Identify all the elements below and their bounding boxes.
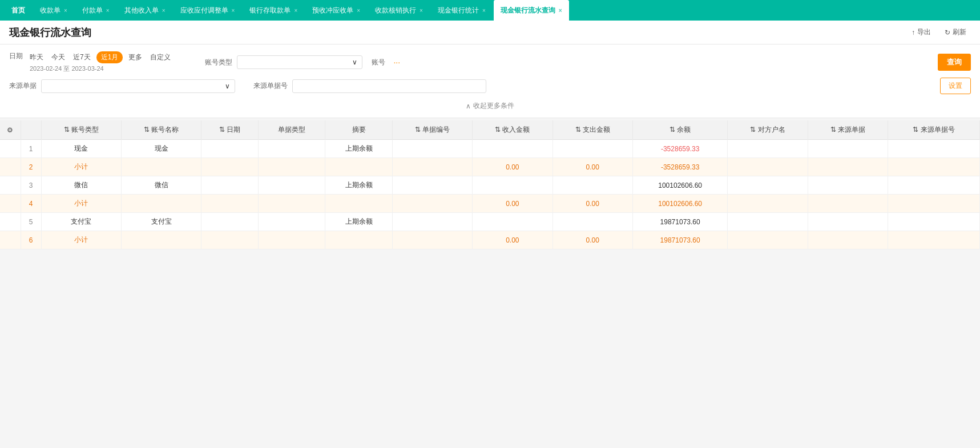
td-summary [325, 231, 393, 249]
th-summary: 摘要 [325, 120, 393, 140]
nav-item-home[interactable]: 首页 [5, 0, 32, 21]
td-account-type: 现金 [41, 140, 121, 158]
td-doc-type [258, 140, 325, 158]
td-income: 0.00 [473, 158, 552, 176]
td-date [201, 176, 258, 195]
table-container: ⚙ ⇅ 账号类型 ⇅ 账号名称 ⇅ 日期 单据类型 摘要 ⇅ 单据编号 ⇅ 收入… [0, 120, 980, 249]
td-account-name [121, 195, 201, 213]
nav-item-receipt[interactable]: 收款单× [33, 0, 74, 21]
date-range: 2023-02-24 至 2023-03-24 [30, 64, 173, 73]
td-doc-no [392, 195, 472, 213]
nav-item-cash-bank-flow[interactable]: 现金银行流水查询× [494, 0, 569, 21]
td-expense: 0.00 [552, 195, 632, 213]
nav-close-receipt-verify[interactable]: × [420, 7, 423, 14]
td-source-doc-no [888, 176, 980, 195]
nav-item-bank-deposit[interactable]: 银行存取款单× [243, 0, 304, 21]
td-counterpart [728, 213, 808, 231]
nav-item-other-income[interactable]: 其他收入单× [118, 0, 172, 21]
th-expense-sort: ⇅ [575, 126, 581, 134]
nav-close-receipt[interactable]: × [64, 7, 67, 14]
nav-close-other-income[interactable]: × [162, 7, 166, 14]
th-gear[interactable]: ⚙ [0, 120, 21, 140]
date-btn-自定义[interactable]: 自定义 [148, 51, 173, 63]
date-label: 日期 [9, 51, 23, 61]
nav-item-ar-ap-adjust[interactable]: 应收应付调整单× [174, 0, 242, 21]
th-expense[interactable]: ⇅ 支出金额 [552, 120, 632, 140]
source-doc-no-label: 来源单据号 [253, 81, 288, 91]
nav-item-cash-bank-stat[interactable]: 现金银行统计× [431, 0, 493, 21]
td-doc-type [258, 231, 325, 249]
source-doc-no-input[interactable] [292, 79, 486, 93]
td-date [201, 195, 258, 213]
source-doc-label: 来源单据 [9, 81, 37, 91]
td-expense [552, 176, 632, 195]
td-source-doc [808, 176, 888, 195]
refresh-icon: ↻ [945, 29, 950, 37]
nav-item-prepaid-charge[interactable]: 预收冲应收单× [305, 0, 367, 21]
page-title: 现金银行流水查询 [9, 26, 91, 39]
collapse-button[interactable]: ∧ 收起更多条件 [9, 99, 971, 113]
date-btn-昨天[interactable]: 昨天 [27, 51, 46, 63]
th-counterpart[interactable]: ⇅ 对方户名 [728, 120, 808, 140]
td-num: 1 [21, 140, 41, 158]
nav-close-payment[interactable]: × [106, 7, 110, 14]
td-summary: 上期余额 [325, 213, 393, 231]
td-date [201, 231, 258, 249]
date-btn-近1月[interactable]: 近1月 [96, 51, 123, 63]
header-actions: ↑ 导出 ↻ 刷新 [907, 25, 971, 39]
th-doc-no[interactable]: ⇅ 单据编号 [392, 120, 472, 140]
th-date-sort: ⇅ [219, 126, 225, 134]
filter-area: 日期 昨天今天近7天近1月更多自定义 2023-02-24 至 2023-03-… [0, 45, 980, 118]
date-btn-今天[interactable]: 今天 [49, 51, 67, 63]
date-btn-近7天[interactable]: 近7天 [71, 51, 93, 63]
source-doc-select[interactable]: ∨ [41, 79, 235, 93]
td-doc-type [258, 176, 325, 195]
account-type-select[interactable]: ∨ [237, 55, 362, 69]
account-dots-button[interactable]: ··· [390, 56, 404, 68]
table-body: 1现金现金上期余额-3528659.332小计0.000.00-3528659.… [0, 140, 980, 249]
th-income[interactable]: ⇅ 收入金额 [473, 120, 552, 140]
th-counterpart-sort: ⇅ [750, 126, 756, 134]
nav-item-payment[interactable]: 付款单× [75, 0, 116, 21]
th-balance-sort: ⇅ [670, 126, 675, 134]
td-counterpart [728, 176, 808, 195]
header-row: ⚙ ⇅ 账号类型 ⇅ 账号名称 ⇅ 日期 单据类型 摘要 ⇅ 单据编号 ⇅ 收入… [0, 120, 980, 140]
date-btn-更多[interactable]: 更多 [126, 51, 144, 63]
td-income [473, 213, 552, 231]
td-doc-no [392, 231, 472, 249]
table-row: 1现金现金上期余额-3528659.33 [0, 140, 980, 158]
nav-close-cash-bank-flow[interactable]: × [559, 7, 562, 14]
nav-item-receipt-verify[interactable]: 收款核销执行× [368, 0, 430, 21]
th-income-sort: ⇅ [495, 126, 501, 134]
td-source-doc-no [888, 231, 980, 249]
source-doc-chevron: ∨ [225, 82, 230, 90]
nav-close-bank-deposit[interactable]: × [294, 7, 297, 14]
gear-icon: ⚙ [7, 126, 13, 134]
td-num: 4 [21, 195, 41, 213]
account-type-chevron: ∨ [352, 58, 357, 66]
refresh-button[interactable]: ↻ 刷新 [940, 25, 971, 39]
th-balance[interactable]: ⇅ 余额 [632, 120, 728, 140]
table-header: ⚙ ⇅ 账号类型 ⇅ 账号名称 ⇅ 日期 单据类型 摘要 ⇅ 单据编号 ⇅ 收入… [0, 120, 980, 140]
th-date[interactable]: ⇅ 日期 [201, 120, 258, 140]
nav-close-cash-bank-stat[interactable]: × [482, 7, 486, 14]
settings-button[interactable]: 设置 [940, 78, 971, 94]
th-account-name[interactable]: ⇅ 账号名称 [121, 120, 201, 140]
query-button[interactable]: 查询 [938, 54, 971, 71]
td-counterpart [728, 231, 808, 249]
nav-close-ar-ap-adjust[interactable]: × [232, 7, 235, 14]
td-counterpart [728, 195, 808, 213]
export-button[interactable]: ↑ 导出 [907, 25, 935, 39]
nav-close-prepaid-charge[interactable]: × [357, 7, 360, 14]
th-account-type-sort: ⇅ [64, 126, 70, 134]
td-summary [325, 158, 393, 176]
account-type-label: 账号类型 [205, 58, 232, 67]
th-source-doc[interactable]: ⇅ 来源单据 [808, 120, 888, 140]
th-account-type[interactable]: ⇅ 账号类型 [41, 120, 121, 140]
td-balance: 100102606.60 [632, 176, 728, 195]
td-account-type: 小计 [41, 158, 121, 176]
td-balance: -3528659.33 [632, 158, 728, 176]
right-actions: 查询 [938, 54, 971, 71]
th-source-doc-no[interactable]: ⇅ 来源单据号 [888, 120, 980, 140]
filter-row-2: 来源单据 ∨ 来源单据号 设置 [9, 78, 971, 94]
